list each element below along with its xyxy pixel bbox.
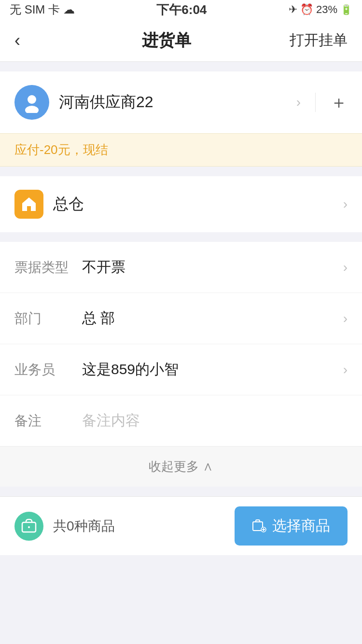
form-section: 票据类型 不开票 › 部门 总 部 › 业务员 这是859的小智 › 备注 备注… <box>0 242 362 446</box>
salesman-value: 这是859的小智 <box>82 360 343 379</box>
select-product-button[interactable]: 选择商品 <box>235 506 348 546</box>
remark-input[interactable]: 备注内容 <box>82 411 348 431</box>
warehouse-name: 总仓 <box>53 194 343 215</box>
back-button[interactable]: ‹ <box>14 30 43 51</box>
section-gap-1 <box>0 62 362 71</box>
salesman-label: 业务员 <box>14 361 82 379</box>
open-pending-button[interactable]: 打开挂单 <box>290 30 348 50</box>
remark-row[interactable]: 备注 备注内容 <box>0 395 362 446</box>
supplier-right-icons: › ＋ <box>296 91 348 114</box>
battery-icon: 🔋 <box>340 4 352 15</box>
svg-point-1 <box>25 106 39 113</box>
supplier-chevron-icon: › <box>296 95 301 110</box>
section-gap-3 <box>0 232 362 242</box>
invoice-chevron-icon: › <box>343 260 348 275</box>
battery-label: 23% <box>316 3 337 16</box>
salesman-row[interactable]: 业务员 这是859的小智 › <box>0 344 362 395</box>
supplier-name: 河南供应商22 <box>59 92 296 113</box>
invoice-type-row[interactable]: 票据类型 不开票 › <box>0 242 362 293</box>
page-title: 进货单 <box>142 29 191 52</box>
alarm-icon: ⏰ <box>300 3 313 16</box>
sim-label: 无 SIM 卡 ☁ <box>10 2 75 17</box>
invoice-type-value: 不开票 <box>82 257 343 277</box>
status-left: 无 SIM 卡 ☁ <box>10 2 75 17</box>
nav-bar: ‹ 进货单 打开挂单 <box>0 19 362 62</box>
department-value: 总 部 <box>82 308 343 328</box>
status-bar: 无 SIM 卡 ☁ 下午6:04 ✈ ⏰ 23% 🔋 <box>0 0 362 19</box>
product-count-text: 共0种商品 <box>53 517 225 535</box>
house-icon <box>20 196 38 213</box>
cart-icon <box>20 518 38 535</box>
remark-label: 备注 <box>14 412 82 430</box>
section-gap-2 <box>0 167 362 176</box>
supplier-section: 河南供应商22 › ＋ 应付-20元，现结 <box>0 71 362 167</box>
supplier-avatar <box>14 85 49 120</box>
section-gap-4 <box>0 487 362 496</box>
avatar-icon <box>21 92 42 113</box>
collapse-button[interactable]: 收起更多 ∧ <box>0 446 362 487</box>
warehouse-row[interactable]: 总仓 › <box>0 176 362 232</box>
bottom-bar: 共0种商品 选择商品 <box>0 496 362 555</box>
salesman-chevron-icon: › <box>343 362 348 378</box>
warehouse-chevron-icon: › <box>343 196 348 212</box>
warehouse-icon <box>14 190 43 219</box>
invoice-type-label: 票据类型 <box>14 258 82 277</box>
add-supplier-button[interactable]: ＋ <box>330 91 348 114</box>
location-icon: ✈ <box>289 3 297 16</box>
status-right: ✈ ⏰ 23% 🔋 <box>289 3 352 16</box>
product-count-icon <box>14 512 43 541</box>
vertical-divider <box>315 93 316 112</box>
department-row[interactable]: 部门 总 部 › <box>0 293 362 344</box>
select-product-icon <box>252 519 266 533</box>
department-label: 部门 <box>14 309 82 328</box>
warehouse-section: 总仓 › <box>0 176 362 232</box>
select-product-label: 选择商品 <box>272 516 330 536</box>
supplier-row[interactable]: 河南供应商22 › ＋ <box>0 71 362 133</box>
department-chevron-icon: › <box>343 311 348 326</box>
status-time: 下午6:04 <box>156 1 207 18</box>
svg-point-0 <box>28 95 36 104</box>
svg-point-3 <box>28 526 30 528</box>
notice-bar: 应付-20元，现结 <box>0 133 362 167</box>
